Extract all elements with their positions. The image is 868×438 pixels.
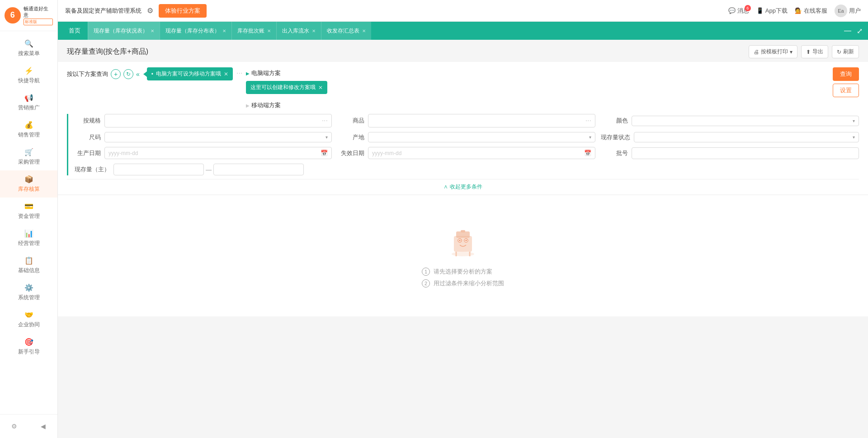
settings-bottom-btn[interactable]: ⚙ (6, 418, 23, 434)
stock-qty-label: 现存量（主） (74, 165, 110, 174)
expire-date-label: 失效日期 (337, 149, 364, 157)
empty-steps: 1 请先选择要分析的方案 2 用过滤条件来缩小分析范围 (422, 266, 504, 289)
quicknav-icon: ⚡ (24, 66, 33, 75)
size-select[interactable]: ▾ (104, 132, 332, 142)
stock-qty-min[interactable] (113, 164, 204, 175)
filter-field-goods: 商品 ··· (337, 114, 595, 127)
sidebar-item-search[interactable]: 🔍 搜索菜单 (0, 35, 57, 62)
tab-close-batch[interactable]: ✕ (267, 28, 271, 33)
message-btn[interactable]: 💬 消息 6 (728, 7, 749, 15)
user-menu[interactable]: Ea 用户 (835, 5, 861, 17)
system-icon: ⚙️ (24, 283, 33, 292)
produce-date-input[interactable]: yyyy-mm-dd 📅 (104, 147, 332, 159)
expire-date-input[interactable]: yyyy-mm-dd 📅 (368, 147, 595, 159)
tab-close-summary[interactable]: ✕ (362, 28, 366, 33)
tooltip-create-scheme: 这里可以创建和修改方案哦 ✕ (246, 81, 327, 94)
sidebar-item-management[interactable]: 📊 经营管理 (0, 225, 57, 252)
tab-batch[interactable]: 库存批次账 ✕ (231, 22, 276, 40)
color-select[interactable]: ▾ (632, 116, 859, 126)
tab-stock-dist[interactable]: 现存量（库存分布表） ✕ (160, 22, 231, 40)
sidebar-item-quicknav[interactable]: ⚡ 快捷导航 (0, 62, 57, 89)
color-label: 颜色 (601, 117, 628, 125)
header-settings-icon[interactable]: ⚙ (147, 6, 153, 15)
online-service-btn[interactable]: 💁 在线客服 (795, 7, 827, 15)
logo-icon: 6 (5, 7, 21, 24)
stock-qty-range: — (113, 164, 859, 175)
origin-select-arrow: ▾ (589, 135, 591, 140)
svg-point-6 (465, 240, 467, 241)
export-icon: ⬆ (806, 49, 811, 55)
warehouse-input[interactable]: ··· (104, 114, 332, 127)
tab-stock-status[interactable]: 现存量（库存状况表） ✕ (88, 22, 160, 40)
tooltip1-close[interactable]: ✕ (224, 71, 228, 77)
tab-close-stock-dist[interactable]: ✕ (222, 28, 226, 33)
empty-step-2: 2 用过滤条件来缩小分析范围 (422, 278, 504, 289)
message-badge: 6 (745, 5, 751, 11)
stock-status-select-arrow: ▾ (853, 135, 855, 140)
tab-flow[interactable]: 出入库流水 ✕ (276, 22, 321, 40)
svg-point-5 (459, 240, 461, 241)
top-header: 装备及固定资产辅助管理系统 ⚙ 体验行业方案 💬 消息 6 📱 App下载 💁 … (58, 0, 868, 22)
finance-icon: 💳 (24, 202, 33, 211)
page-content: 现存量查询(按仓库+商品) 🖨 按模板打印 ▾ ⬆ 导出 ↻ 刷新 (58, 40, 868, 438)
empty-state: 1 请先选择要分析的方案 2 用过滤条件来缩小分析范围 (58, 195, 868, 316)
stock-status-label: 现存量状态 (601, 133, 630, 141)
goods-dots-icon: ··· (585, 117, 591, 125)
refresh-icon: ↻ (837, 49, 841, 55)
sidebar-item-inventory[interactable]: 📦 库存核算 (0, 170, 57, 198)
search-button[interactable]: 查询 (833, 67, 859, 81)
sidebar: 6 畅通道好生意 标准版 🔍 搜索菜单 ⚡ 快捷导航 📢 营销推广 💰 销售管理… (0, 0, 58, 438)
collapse-sidebar-btn[interactable]: ◀ (35, 418, 51, 434)
filter-add-scheme-btn[interactable]: + (111, 69, 121, 79)
logo-text: 畅通道好生意 标准版 (24, 5, 53, 25)
refresh-btn[interactable]: ↻ 刷新 (832, 45, 859, 58)
guide-icon: 🎯 (24, 338, 33, 346)
reset-button[interactable]: 设置 (833, 84, 859, 97)
origin-select[interactable]: ▾ (368, 132, 595, 142)
stock-qty-max[interactable] (213, 164, 304, 175)
filter-label: 按以下方案查询 (67, 70, 108, 78)
svg-point-0 (452, 252, 474, 256)
sidebar-item-purchase[interactable]: 🛒 采购管理 (0, 143, 57, 170)
print-btn[interactable]: 🖨 按模板打印 ▾ (749, 45, 797, 58)
tab-maximize-btn[interactable]: ⤢ (855, 25, 864, 37)
tab-close-stock-status[interactable]: ✕ (151, 28, 154, 33)
collapse-bar[interactable]: ∧ 收起更多条件 (67, 179, 859, 194)
tab-home[interactable]: 首页 (61, 22, 88, 40)
filter-field-size: 尺码 ▾ (74, 132, 332, 142)
app-download-btn[interactable]: 📱 App下载 (756, 7, 788, 15)
tab-minimize-btn[interactable]: — (842, 25, 853, 37)
management-icon: 📊 (24, 229, 33, 238)
batch-input[interactable] (632, 147, 859, 159)
filter-refresh-btn[interactable]: ↻ (123, 69, 133, 79)
warehouse-label: 按规格 (74, 117, 101, 125)
main-area: 装备及固定资产辅助管理系统 ⚙ 体验行业方案 💬 消息 6 📱 App下载 💁 … (58, 0, 868, 438)
sidebar-bottom: ⚙ ◀ (0, 414, 57, 438)
sidebar-item-basic[interactable]: 📋 基础信息 (0, 252, 57, 279)
mobile-scheme-item[interactable]: ▶ 移动端方案 (246, 101, 327, 109)
color-select-arrow: ▾ (853, 118, 855, 123)
sidebar-item-marketing[interactable]: 📢 营销推广 (0, 89, 57, 116)
sidebar-item-sales[interactable]: 💰 销售管理 (0, 116, 57, 143)
tab-bar-actions: — ⤢ (842, 25, 864, 37)
filter-field-color: 颜色 ▾ (601, 116, 859, 126)
tooltip2-close[interactable]: ✕ (318, 85, 323, 91)
tab-close-flow[interactable]: ✕ (312, 28, 316, 33)
sidebar-item-system[interactable]: ⚙️ 系统管理 (0, 279, 57, 306)
user-avatar: Ea (835, 5, 847, 17)
filter-back-btn[interactable]: « (136, 71, 140, 78)
filter-row-4: 现存量（主） — (74, 164, 859, 175)
origin-label: 产地 (337, 133, 364, 141)
filter-field-expire-date: 失效日期 yyyy-mm-dd 📅 (337, 147, 595, 159)
tab-summary[interactable]: 收发存汇总表 ✕ (321, 22, 371, 40)
trial-button[interactable]: 体验行业方案 (159, 4, 207, 18)
export-btn[interactable]: ⬆ 导出 (801, 45, 828, 58)
sidebar-item-cooperate[interactable]: 🤝 企业协同 (0, 306, 57, 333)
pc-scheme-item[interactable]: ▶ 电脑端方案 (246, 69, 327, 77)
sidebar-item-guide[interactable]: 🎯 新手引导 (0, 333, 57, 360)
tooltip-pc-scheme: • 电脑方案可设为移动方案哦 ✕ (147, 67, 233, 80)
stock-status-select[interactable]: ▾ (634, 132, 859, 142)
sidebar-item-finance[interactable]: 💳 资金管理 (0, 198, 57, 225)
print-icon: 🖨 (754, 49, 759, 55)
goods-input[interactable]: ··· (368, 114, 595, 127)
